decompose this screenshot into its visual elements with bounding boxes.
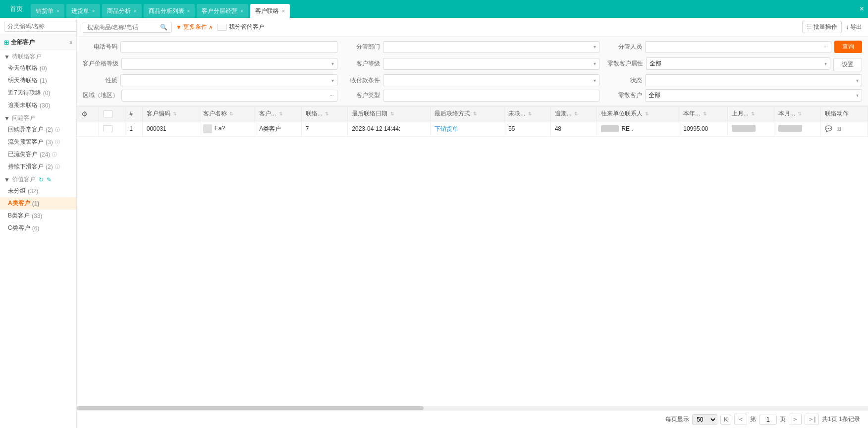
close-all-tabs[interactable]: × [860,4,864,13]
label-retail-customer: 零散客户 [607,91,642,100]
th-checkbox[interactable] [99,107,125,121]
sidebar-all-customers[interactable]: ⊞ 全部客户 « [0,35,76,50]
input-customer-level[interactable]: ▾ [383,58,600,70]
checkbox-icon[interactable] [217,24,227,31]
nav-tab-analysis[interactable]: 商品分析 × [102,4,142,18]
th-settings[interactable]: ⚙ [77,107,99,121]
th-name[interactable]: 客户名称 ⇅ [199,107,255,121]
td-checkbox[interactable] [99,121,125,137]
input-retail-customer[interactable]: 全部 ▾ [645,89,862,102]
customer-table: ⚙ # 客户编码 ⇅ 客户名称 ⇅ [77,106,868,137]
sidebar-item-a-class[interactable]: A类客户 (1) [0,197,76,210]
info-icon-3: ⓘ [52,151,57,158]
input-status[interactable]: ▾ [645,74,862,86]
sidebar-item-c-class[interactable]: C类客户 (6) [0,222,76,234]
sidebar-item-tomorrow[interactable]: 明天待联络 (1) [0,74,76,87]
input-phone[interactable] [120,41,337,53]
input-dept[interactable]: ▾ [383,41,600,53]
input-retail-attr[interactable]: 全部 ▾ [646,57,830,70]
nav-tab-sales[interactable]: 销货单 × [31,4,64,18]
input-payment[interactable]: ▾ [383,74,600,86]
settings-icon[interactable]: ⚙ [81,110,88,118]
edit-icon[interactable]: ✎ [47,176,52,183]
close-tab-analysis[interactable]: × [134,8,137,14]
sidebar-item-lost[interactable]: 已流失客户 (24) ⓘ [0,148,76,160]
input-region[interactable]: ··· [121,90,337,102]
filter-more-btn[interactable]: ▼ 更多条件 ∧ [176,23,213,31]
input-nature[interactable]: ▾ [120,74,337,86]
th-type[interactable]: 客户... ⇅ [255,107,301,121]
info-icon-1: ⓘ [55,126,60,133]
scroll-thumb[interactable] [77,406,424,410]
sidebar-item-repurchase-abnormal[interactable]: 回购异常客户 (2) ⓘ [0,123,76,136]
export-button[interactable]: ↓ 导出 [846,23,862,31]
td-contact-count: 7 [301,121,347,137]
th-code[interactable]: 客户编码 ⇅ [142,107,199,121]
th-overdue[interactable]: 逾期... ⇅ [550,107,597,121]
input-person[interactable]: ··· [645,41,831,53]
filter-retail-customer: 零散客户 全部 ▾ [607,89,862,102]
td-settings [77,121,99,137]
h-scrollbar[interactable] [77,406,868,410]
close-tab-analysis-list[interactable]: × [187,8,190,14]
close-tab-customer-contact[interactable]: × [282,8,285,14]
last-page-btn[interactable]: ＞| [805,414,819,425]
arrow-icon-dept: ▾ [594,44,596,50]
arrow-icon-price: ▾ [331,61,334,66]
th-last-date[interactable]: 最后联络日期 ⇅ [348,107,431,121]
sidebar-group-problem[interactable]: ▼ 问题客户 [0,111,76,123]
arrow-icon-retail: ▾ [824,61,827,66]
nav-home[interactable]: 首页 [4,0,29,18]
page-input[interactable] [759,415,777,425]
nav-tab-customer-contact[interactable]: 客户联络 × [250,4,290,18]
next-page-btn[interactable]: ＞ [789,414,802,425]
sidebar-item-overdue[interactable]: 逾期未联络 (30) [0,99,76,111]
th-unit-contact[interactable]: 往来单位联系人 ⇅ [597,107,679,121]
nav-tab-purchase[interactable]: 进货单 × [66,4,100,18]
sidebar-item-lost-warning[interactable]: 流失预警客户 (3) ⓘ [0,136,76,148]
input-customer-type[interactable] [383,90,600,102]
grid-action-icon[interactable]: ⊞ [836,125,841,132]
input-price-level[interactable]: ▾ [121,58,337,70]
sidebar-search-input[interactable] [4,21,77,32]
td-overdue: 48 [550,121,597,137]
td-code: 000031 [142,121,199,137]
th-uncontacted[interactable]: 未联... ⇅ [504,107,550,121]
my-customers-checkbox[interactable]: 我分管的客户 [217,23,265,31]
th-this-month[interactable]: 本月... ⇅ [774,107,821,121]
sidebar-group-value[interactable]: ▼ 价值客户 ↻ ✎ [0,173,76,185]
batch-op-button[interactable]: ☰ 批量操作 [802,21,842,33]
page-size-select[interactable]: 50 10 20 100 [692,414,717,425]
nav-tab-analysis-list[interactable]: 商品分析列表 × [144,4,195,18]
close-tab-customer-manage[interactable]: × [240,8,243,14]
last-way-link[interactable]: 下销货单 [434,125,458,132]
prev-page-btn[interactable]: ＜ [734,414,747,425]
filter-search-input[interactable] [87,24,158,31]
filter-search-box[interactable]: 🔍 [83,22,172,33]
comment-icon[interactable]: 💬 [825,125,832,132]
sort-icon-overdue: ⇅ [574,111,578,116]
filter-payment: 收付款条件 ▾ [345,74,600,86]
sort-icon-unit: ⇅ [645,111,649,116]
th-last-way[interactable]: 最后联络方式 ⇅ [431,107,504,121]
label-dept: 分管部门 [345,43,380,51]
nav-tab-customer-manage[interactable]: 客户分层经营 × [197,4,248,18]
sidebar-item-declining[interactable]: 持续下滑客户 (2) ⓘ [0,160,76,173]
row-checkbox[interactable] [103,125,113,132]
th-contact-count[interactable]: 联络... ⇅ [301,107,347,121]
close-tab-sales[interactable]: × [56,8,59,14]
sidebar-item-b-class[interactable]: B类客户 (33) [0,210,76,222]
td-last-way[interactable]: 下销货单 [431,121,504,137]
sidebar-item-today[interactable]: 今天待联络 (0) [0,62,76,74]
query-button[interactable]: 查询 [834,41,862,53]
th-last-month[interactable]: 上月... ⇅ [727,107,774,121]
sidebar-group-pending[interactable]: ▼ 待联络客户 [0,50,76,62]
refresh-icon[interactable]: ↻ [39,176,44,183]
close-tab-purchase[interactable]: × [92,8,95,14]
sidebar-item-7days[interactable]: 近7天待联络 (0) [0,87,76,99]
select-all-checkbox[interactable] [103,110,113,117]
sidebar-item-ungraded[interactable]: 未分组 (32) [0,185,76,197]
th-this-year[interactable]: 本年... ⇅ [679,107,727,121]
setting-button[interactable]: 设置 [833,58,862,71]
first-page-btn[interactable]: K [720,415,731,425]
